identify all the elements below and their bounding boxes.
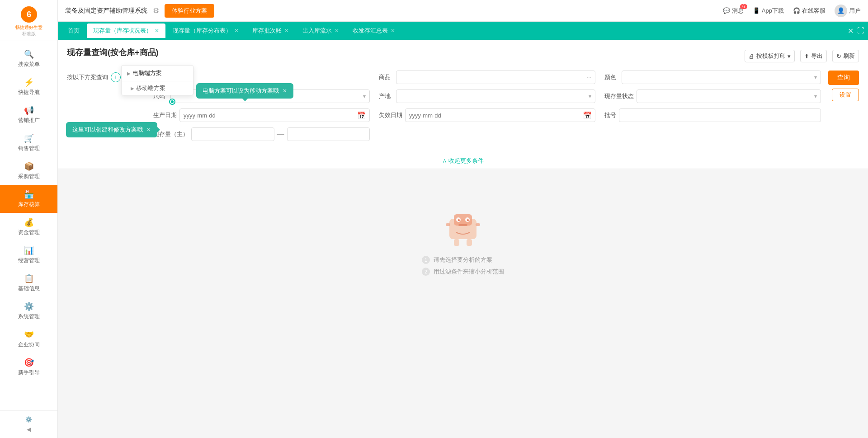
stock-qty-from-input[interactable]	[191, 127, 274, 141]
sidebar-item-cooperation[interactable]: 🤝 企业协同	[0, 325, 57, 353]
tab-bar-actions: ✕ ⛶	[848, 27, 864, 35]
sidebar-item-search[interactable]: 🔍 搜索菜单	[0, 45, 57, 73]
header-settings-icon[interactable]: ⚙	[153, 6, 159, 15]
sidebar-item-inventory[interactable]: 🏪 库存核算	[0, 185, 57, 213]
tab-batch[interactable]: 库存批次账 ✕	[246, 24, 295, 38]
scenario-dropdown: ▶ 电脑端方案 ▶ 移动端方案	[121, 65, 193, 95]
origin-select[interactable]: ▾	[396, 89, 595, 103]
tab-home-label: 首页	[68, 27, 80, 35]
app-download-label: App下载	[762, 7, 784, 15]
tab-inventory-dist[interactable]: 现存量（库存分布表） ✕	[166, 24, 245, 38]
sidebar-item-label: 销售管理	[18, 145, 40, 152]
sidebar-item-label: 营销推广	[18, 117, 40, 124]
export-btn[interactable]: ⬆ 导出	[800, 50, 827, 62]
tab-batch-close[interactable]: ✕	[284, 28, 289, 34]
batch-input[interactable]	[619, 108, 821, 122]
app-download-btn[interactable]: 📱 App下载	[753, 7, 784, 15]
tab-summary-close[interactable]: ✕	[391, 28, 395, 34]
user-menu[interactable]: 👤 用户	[835, 5, 861, 17]
sidebar-item-sales[interactable]: 🛒 销售管理	[0, 129, 57, 157]
refresh-icon: ↻	[836, 53, 841, 60]
tab-flow-close[interactable]: ✕	[335, 28, 339, 34]
color-select[interactable]: ▾	[622, 71, 821, 84]
tab-expand[interactable]: ⛶	[857, 27, 864, 35]
message-btn[interactable]: 💬 消息 6	[723, 7, 744, 15]
sidebar-item-quick-nav[interactable]: ⚡ 快捷导航	[0, 73, 57, 101]
stock-status-select[interactable]: ▾	[637, 89, 821, 103]
refresh-label: 刷新	[843, 52, 855, 60]
query-actions: 查询 设置	[828, 71, 859, 101]
finance-icon: 💰	[24, 217, 34, 227]
sidebar-item-marketing[interactable]: 📢 营销推广	[0, 101, 57, 129]
tab-close-all[interactable]: ✕	[848, 27, 854, 35]
sidebar-bottom: ⚙️ ◀	[0, 410, 57, 438]
product-select[interactable]: ···	[396, 71, 595, 84]
sidebar-item-guide[interactable]: 🎯 新手引导	[0, 353, 57, 381]
online-support-icon: 🎧	[793, 7, 800, 14]
tab-home[interactable]: 首页	[61, 24, 86, 38]
print-template-btn[interactable]: 🖨 按模板打印 ▾	[745, 50, 795, 62]
tab-inventory-dist-close[interactable]: ✕	[234, 28, 239, 34]
expiry-date-label: 失效日期	[379, 111, 402, 119]
add-scenario-btn[interactable]: +	[111, 72, 121, 82]
basic-info-icon: 📋	[24, 273, 34, 283]
filter-field-product: 商品 ···	[379, 71, 595, 84]
print-icon: 🖨	[749, 53, 755, 60]
system-title: 装备及固定资产辅助管理系统	[65, 7, 147, 15]
filter-field-prod-date: 生产日期 📅	[153, 108, 370, 122]
quick-nav-icon: ⚡	[24, 77, 34, 87]
sidebar-item-finance[interactable]: 💰 资金管理	[0, 213, 57, 241]
sidebar-item-basic-info[interactable]: 📋 基础信息	[0, 269, 57, 297]
export-label: 导出	[811, 52, 823, 60]
tab-summary[interactable]: 收发存汇总表 ✕	[346, 24, 401, 38]
tooltip-create-scenario: 这里可以创建和修改方案哦 ✕	[66, 122, 157, 137]
trial-button[interactable]: 体验行业方案	[165, 4, 214, 18]
filter-field-expiry-date: 失效日期 📅	[379, 108, 595, 122]
svg-point-10	[467, 219, 469, 221]
scenario-desktop-item[interactable]: ▶ 电脑端方案	[122, 66, 193, 81]
tab-inventory-status-close[interactable]: ✕	[155, 28, 159, 34]
scenario-mobile-label: 移动端方案	[136, 84, 165, 92]
collapse-label: 收起更多条件	[448, 157, 484, 164]
tab-flow[interactable]: 出入库流水 ✕	[296, 24, 345, 38]
set-button[interactable]: 设置	[832, 89, 859, 101]
scenario-desktop-arrow: ▶	[127, 71, 131, 76]
sidebar-logo: 6 畅捷通好生意 标准版	[0, 0, 57, 41]
tooltip2-close-btn[interactable]: ✕	[146, 127, 151, 133]
system-icon: ⚙️	[24, 301, 34, 311]
sidebar-collapse[interactable]: ◀	[27, 426, 31, 433]
settings-bottom-icon: ⚙️	[25, 416, 32, 423]
svg-rect-12	[446, 223, 450, 226]
collapse-bar[interactable]: ∧ 收起更多条件	[58, 153, 868, 169]
sidebar-settings[interactable]: ⚙️	[25, 416, 32, 423]
scenario-mobile-item[interactable]: ▶ 移动端方案	[122, 81, 193, 95]
online-support-btn[interactable]: 🎧 在线客服	[793, 7, 826, 15]
filter-field-stock-qty: 现存量（主） —	[153, 127, 370, 141]
page-title-bar: 现存量查询(按仓库+商品) 🖨 按模板打印 ▾ ⬆ 导出 ↻ 刷新	[67, 47, 859, 65]
tab-inventory-status[interactable]: 现存量（库存状况表） ✕	[87, 24, 165, 38]
color-chevron-icon: ▾	[814, 74, 817, 80]
prod-date-input[interactable]	[179, 108, 370, 122]
svg-text:6: 6	[26, 10, 31, 19]
expiry-date-input[interactable]	[405, 108, 595, 122]
sidebar-item-management[interactable]: 📊 经营管理	[0, 241, 57, 269]
message-icon: 💬	[723, 7, 730, 14]
sales-icon: 🛒	[24, 133, 34, 143]
cooperation-icon: 🤝	[24, 330, 34, 339]
sidebar-item-purchase[interactable]: 📦 采购管理	[0, 157, 57, 185]
purchase-icon: 📦	[24, 161, 34, 171]
sidebar-item-label: 资金管理	[18, 229, 40, 236]
svg-rect-15	[467, 239, 472, 246]
stock-qty-to-input[interactable]	[287, 127, 370, 141]
refresh-btn[interactable]: ↻ 刷新	[832, 50, 859, 62]
sidebar-item-system[interactable]: ⚙️ 系统管理	[0, 297, 57, 325]
scenario-desktop-label: 电脑端方案	[132, 69, 162, 77]
svg-rect-13	[476, 223, 480, 226]
tab-batch-label: 库存批次账	[252, 27, 282, 35]
empty-tip-2: 2 用过滤条件来缩小分析范围	[422, 268, 504, 276]
stock-qty-range-dash: —	[277, 130, 284, 138]
query-button[interactable]: 查询	[828, 71, 859, 85]
page-actions: 🖨 按模板打印 ▾ ⬆ 导出 ↻ 刷新	[745, 50, 859, 62]
marketing-icon: 📢	[24, 105, 34, 115]
tooltip1-close-btn[interactable]: ✕	[283, 88, 287, 94]
